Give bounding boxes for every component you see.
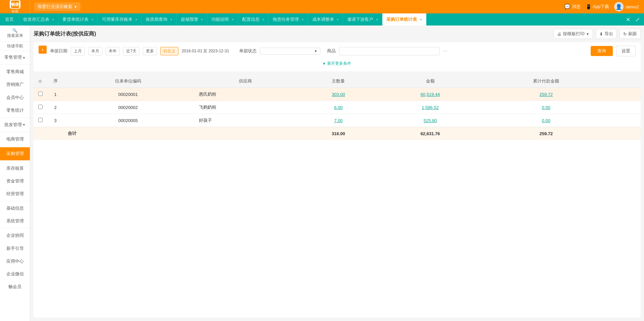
date-btn-7days[interactable]: 近7天 <box>123 47 140 55</box>
col-supplier-name: 供应商 <box>192 75 298 88</box>
topbar: 畅捷 标题 母婴行业演示账套 ▼ 💬 消息 📱 App下载 👤 demo2 <box>0 0 644 13</box>
row-paid[interactable]: 259.72 <box>482 88 610 101</box>
close-icon[interactable]: × <box>262 17 264 21</box>
tab-caigoudan[interactable]: 采购订单统计表 × <box>382 13 426 25</box>
date-btn-this-month[interactable]: 本月 <box>88 47 102 55</box>
more-icon[interactable]: ··· <box>443 48 447 54</box>
expand-btn[interactable]: ▾ 展开更多条件 <box>321 59 353 68</box>
row-amount[interactable]: 525.80 <box>379 114 482 127</box>
sidebar-item-purchase[interactable]: 采购管理 <box>0 147 30 160</box>
row-quantity[interactable]: 6.00 <box>298 101 379 114</box>
setting-label: 设置 <box>622 48 630 53</box>
row-paid[interactable]: 0.00 <box>482 114 610 127</box>
table-row: 3 00020005 好孩子 7.00 525.80 0.00 <box>34 114 641 127</box>
app-download-label: App下载 <box>593 4 609 10</box>
close-icon[interactable]: × <box>135 17 137 21</box>
sidebar-item-stock[interactable]: 库存核算 <box>0 162 30 175</box>
setting-button[interactable]: 设置 <box>616 46 636 56</box>
close-icon[interactable]: × <box>302 17 304 21</box>
row-checkbox[interactable] <box>34 114 47 127</box>
avatar-icon: 👤 <box>615 4 622 10</box>
maximize-icon[interactable]: ⤢ <box>634 16 641 23</box>
tab-home[interactable]: 首页 <box>0 13 19 25</box>
sidebar-item-collab[interactable]: 企业协同 <box>0 229 30 242</box>
sidebar-item-retail[interactable]: 零售管理 ▲ <box>0 51 30 64</box>
sidebar-item-label: 零售管理 <box>4 54 22 60</box>
sidebar-item-ecommerce[interactable]: 电商管理 <box>0 133 30 146</box>
sidebar-item-retail-stat[interactable]: 零售统计 <box>0 104 30 117</box>
sidebar-item-vip[interactable]: 畅会员 <box>0 280 30 293</box>
row-quantity[interactable]: 7.00 <box>298 114 379 127</box>
footer-paid: 259.72 <box>482 127 610 140</box>
col-quantity: 主数量 <box>298 75 379 88</box>
search-button[interactable]: 查询 <box>591 46 613 56</box>
goods-input[interactable] <box>339 47 440 55</box>
tab-tuohuo[interactable]: 拖货任务管理 × <box>269 13 308 25</box>
close-icon[interactable]: × <box>231 17 233 21</box>
dropdown-account[interactable]: 母婴行业演示账套 ▼ <box>34 2 80 11</box>
sidebar-item-label: 零售商城 <box>6 69 24 74</box>
tab-peizhi[interactable]: 配置信息 × <box>238 13 269 25</box>
row-paid[interactable]: 0.00 <box>482 101 610 114</box>
print-button[interactable]: 🖨 按模板打印 ▼ <box>553 29 593 39</box>
close-icon[interactable]: × <box>376 17 378 21</box>
tab-shofaHuizong[interactable]: 收发存汇总表 × <box>19 13 58 25</box>
tab-gongneng[interactable]: 功能说明 × <box>207 13 238 25</box>
date-btn-last-month[interactable]: 上月 <box>71 47 85 55</box>
status-select[interactable]: ▼ <box>260 48 320 55</box>
sidebar-item-label: 畅会员 <box>8 284 21 289</box>
filter-toggle-btn[interactable]: › <box>39 46 47 54</box>
settings-icon[interactable]: ⚙ <box>38 79 42 84</box>
sidebar-item-operation[interactable]: 经营管理 <box>0 188 30 200</box>
date-btn-this-year[interactable]: 本年 <box>106 47 120 55</box>
sidebar-search[interactable]: 🔍 搜索菜单 <box>0 25 30 42</box>
goods-label: 商品 <box>327 48 336 54</box>
row-num: 3 <box>47 114 64 127</box>
col-settings[interactable]: ⚙ <box>34 75 47 88</box>
row-quantity[interactable]: 303.00 <box>298 88 379 101</box>
row-amount[interactable]: 60,519.44 <box>379 88 482 101</box>
sidebar-item-label: 库存核算 <box>6 166 24 171</box>
tab-baozhi[interactable]: 保质期查询 × <box>142 13 176 25</box>
close-all-icon[interactable]: ✕ <box>624 16 632 23</box>
app-download-btn[interactable]: 📱 App下载 <box>586 4 609 10</box>
chevron-down-icon: ▼ <box>586 32 589 36</box>
sidebar-item-retail-mall[interactable]: 零售商城 <box>0 65 30 78</box>
close-icon[interactable]: × <box>201 17 203 21</box>
footer-supplier <box>192 127 298 140</box>
sidebar-item-newguide[interactable]: 新手引导 <box>0 242 30 255</box>
printer-icon: 🖨 <box>557 32 561 37</box>
user-avatar[interactable]: 👤 demo2 <box>614 2 639 11</box>
tab-chaochuyujing[interactable]: 超储预警 × <box>177 13 207 25</box>
row-checkbox[interactable] <box>34 88 47 101</box>
close-icon[interactable]: × <box>52 17 54 21</box>
close-icon[interactable]: × <box>420 17 422 21</box>
chevron-icon: ▲ <box>22 55 25 60</box>
sidebar-item-system[interactable]: 系统管理 <box>0 215 30 227</box>
tab-keyongliang[interactable]: 可用量库存账本 × <box>98 13 142 25</box>
refresh-button[interactable]: ↻ 刷新 <box>620 29 641 39</box>
date-btn-more[interactable]: 更多 <box>143 47 157 55</box>
sidebar-item-appcenter[interactable]: 应用中心 <box>0 255 30 268</box>
tab-chengben[interactable]: 成本调整单 × <box>308 13 343 25</box>
close-icon[interactable]: × <box>170 17 172 21</box>
status-label: 单据状态 <box>239 48 257 54</box>
messages-btn[interactable]: 💬 消息 <box>564 4 581 10</box>
tab-yaoqing[interactable]: 邀请下游客户 × <box>343 13 382 25</box>
row-amount[interactable]: 1,586.52 <box>379 101 482 114</box>
sidebar-quick-nav[interactable]: 快捷导航 <box>0 42 30 51</box>
logo-text: 标题 <box>12 9 18 14</box>
row-checkbox[interactable] <box>34 101 47 114</box>
sidebar-item-wechat[interactable]: 企业微信 <box>0 268 30 280</box>
tab-yaohuoDan[interactable]: 要货单统计表 × <box>58 13 98 25</box>
row-supplier-name: 好孩子 <box>192 114 298 127</box>
sidebar-item-basic[interactable]: 基础信息 <box>0 202 30 215</box>
export-button[interactable]: ⬇ 导出 <box>596 29 617 39</box>
close-icon[interactable]: × <box>91 17 93 21</box>
sidebar-item-wholesale[interactable]: 批发管理 ▼ <box>0 118 30 131</box>
sidebar-item-member[interactable]: 会员中心 <box>0 91 30 104</box>
sidebar-item-finance[interactable]: 资金管理 <box>0 175 30 188</box>
chevron-icon: › <box>42 47 44 52</box>
sidebar-item-marketing[interactable]: 营销推广 <box>0 78 30 91</box>
close-icon[interactable]: × <box>337 17 339 21</box>
